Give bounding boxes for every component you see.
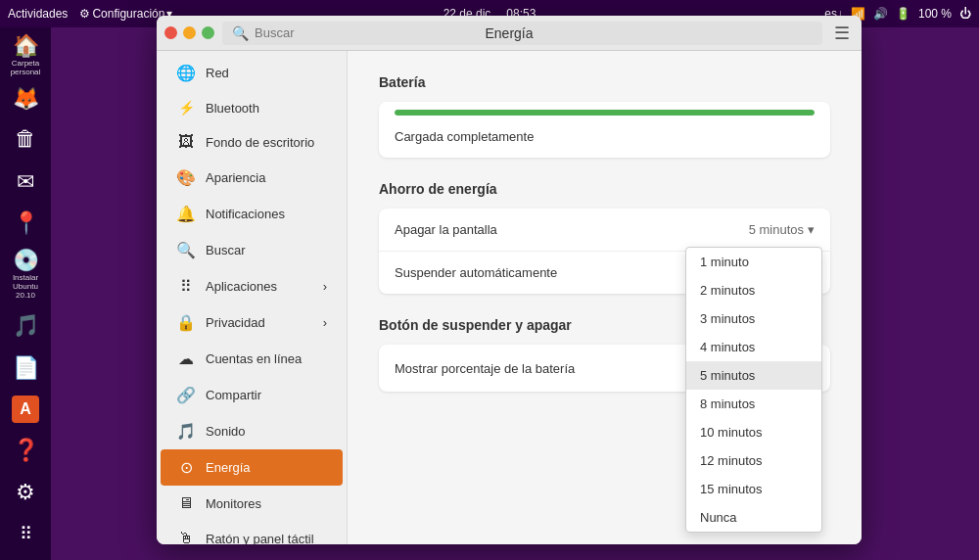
search-nav-icon: 🔍 [176,241,196,259]
battery-section-title: Batería [379,74,830,90]
maps-icon: 📍 [13,212,39,234]
nav-item-fondo[interactable]: 🖼 Fondo de escritorio [161,124,343,160]
dropdown-item-12min[interactable]: 12 minutos [686,446,821,475]
privacy-nav-icon: 🔒 [176,313,196,332]
window-minimize-button[interactable] [183,26,196,39]
dock-item-appstore[interactable]: A [4,391,47,428]
dock: 🏠 Carpeta personal 🦊 🗑 ✉ 📍 💿 Instalar Ub… [0,27,51,560]
nav-item-sonido[interactable]: 🎵 Sonido [161,413,343,449]
dock-item-settings[interactable]: ⚙ [4,473,47,510]
nav-item-buscar[interactable]: 🔍 Buscar [161,232,343,268]
sound-nav-icon: 🎵 [176,422,196,441]
nav-item-notificaciones[interactable]: 🔔 Notificaciones [161,196,343,232]
firefox-icon: 🦊 [13,88,39,110]
dock-item-home[interactable]: 🏠 Carpeta personal [4,35,47,76]
nav-item-raton[interactable]: 🖱 Ratón y panel táctil [161,521,343,544]
dock-item-grid[interactable]: ⠿ [4,515,47,552]
email-icon: ✉ [17,171,34,193]
apagar-dropdown-icon: ▾ [808,222,815,237]
dock-item-install[interactable]: 💿 Instalar Ubuntu 20.10 [4,246,47,303]
apagar-value-text: 5 minutos [749,222,804,237]
dock-item-help[interactable]: ❓ [4,432,47,469]
battery-status-row: Cargada completamente [379,116,830,158]
mostrar-label: Mostrar porcentaje de la batería [395,361,575,376]
window-maximize-button[interactable] [202,26,214,39]
battery-bar-container [379,102,830,116]
search-input[interactable] [255,25,813,40]
monitors-nav-icon: 🖥 [176,494,196,512]
home-icon: 🏠 [13,35,39,57]
settings-window: 🔍 Energía ☰ 🌐 Red ⚡ Bluetooth 🖼 Fondo de… [157,16,862,544]
nav-item-aplicaciones[interactable]: ⠿ Aplicaciones › [161,268,343,304]
settings-icon: ⚙ [16,482,35,503]
apps-nav-icon: ⠿ [176,277,196,296]
network-nav-icon: 🌐 [176,64,196,82]
help-icon: ❓ [13,440,39,461]
window-titlebar: 🔍 Energía ☰ [157,16,862,51]
dock-item-music[interactable]: 🎵 [4,307,47,345]
window-controls [164,26,214,39]
trash-icon: 🗑 [15,128,36,150]
energy-nav-icon: ⊙ [176,458,196,477]
accounts-nav-icon: ☁ [176,350,196,368]
dropdown-item-5min[interactable]: 5 minutos [686,361,821,390]
window-close-button[interactable] [164,26,177,39]
dock-item-email[interactable]: ✉ [4,163,47,201]
music-icon: 🎵 [13,315,39,337]
mouse-nav-icon: 🖱 [176,530,196,544]
suspender-label: Suspender automáticamente [395,265,557,280]
apagar-row[interactable]: Apagar la pantalla 5 minutos ▾ [379,209,830,252]
dropdown-item-4min[interactable]: 4 minutos [686,333,821,361]
battery-card: Cargada completamente [379,102,830,158]
dock-label-install: Instalar Ubuntu 20.10 [4,273,47,300]
dock-item-maps[interactable]: 📍 [4,205,47,242]
dropdown-item-nunca[interactable]: Nunca [686,503,821,532]
apps-arrow-icon: › [323,279,327,294]
hamburger-button[interactable]: ☰ [830,23,854,44]
appearance-nav-icon: 🎨 [176,168,196,187]
dropdown-item-2min[interactable]: 2 minutos [686,276,821,304]
dropdown-item-15min[interactable]: 15 minutos [686,475,821,503]
dropdown-item-10min[interactable]: 10 minutos [686,418,821,446]
nav-item-red[interactable]: 🌐 Red [161,55,343,91]
share-nav-icon: 🔗 [176,386,196,404]
grid-icon: ⠿ [20,525,32,542]
nav-item-monitores[interactable]: 🖥 Monitores [161,486,343,521]
apagar-label: Apagar la pantalla [395,222,497,237]
dock-item-trash[interactable]: 🗑 [4,121,47,159]
dropdown-item-1min[interactable]: 1 minuto [686,248,821,276]
ahorro-section-title: Ahorro de energía [379,181,830,197]
dock-item-docs[interactable]: 📄 [4,349,47,386]
nav-item-energia[interactable]: ⊙ Energía [161,449,343,486]
power-icon[interactable]: ⏻ [959,7,971,21]
window-body: 🌐 Red ⚡ Bluetooth 🖼 Fondo de escritorio … [157,51,862,544]
activities-button[interactable]: Actividades [8,7,68,21]
dock-item-firefox[interactable]: 🦊 [4,80,47,117]
battery-status-label: Cargada completamente [395,129,534,144]
dropdown-item-8min[interactable]: 8 minutos [686,390,821,418]
battery-icon: 🔋 [896,7,910,21]
appstore-icon: A [12,396,39,423]
nav-item-bluetooth[interactable]: ⚡ Bluetooth [161,91,343,124]
nav-item-cuentas[interactable]: ☁ Cuentas en línea [161,341,343,377]
nav-item-apariencia[interactable]: 🎨 Apariencia [161,160,343,196]
nav-item-privacidad[interactable]: 🔒 Privacidad › [161,304,343,341]
battery-percent: 100 % [918,7,952,21]
install-icon: 💿 [13,250,39,271]
volume-icon: 🔊 [873,7,888,21]
dropdown-item-3min[interactable]: 3 minutos [686,304,821,333]
bluetooth-nav-icon: ⚡ [176,100,196,116]
settings-nav: 🌐 Red ⚡ Bluetooth 🖼 Fondo de escritorio … [157,51,348,544]
search-icon: 🔍 [232,25,249,41]
dock-label-home: Carpeta personal [4,59,47,76]
nav-item-compartir[interactable]: 🔗 Compartir [161,377,343,413]
notifications-nav-icon: 🔔 [176,205,196,223]
background-nav-icon: 🖼 [176,133,196,151]
settings-content: Batería Cargada completamente Ahorro de … [348,51,862,544]
settings-search-bar[interactable]: 🔍 [222,22,822,45]
privacy-arrow-icon: › [323,315,327,330]
dropdown-overlay: 1 minuto 2 minutos 3 minutos 4 minutos 5… [685,247,822,533]
apagar-value: 5 minutos ▾ [749,222,815,237]
docs-icon: 📄 [13,357,39,379]
